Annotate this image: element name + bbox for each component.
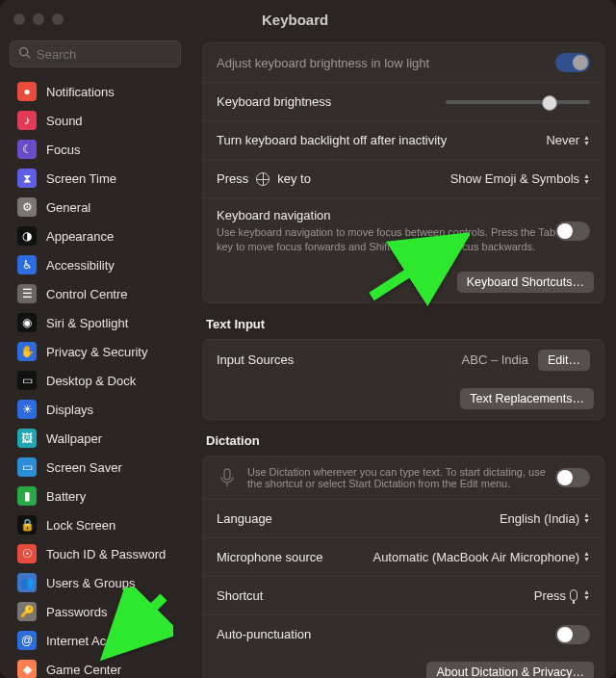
minimize-window-button[interactable] [33, 13, 44, 25]
bell-icon: ● [17, 82, 37, 101]
sidebar-item-label: Desktop & Dock [46, 374, 136, 388]
sidebar-item-control-centre[interactable]: ☰Control Centre [6, 279, 185, 308]
sidebar-item-accessibility[interactable]: ♿︎Accessibility [6, 250, 185, 279]
row-brightness-lowlight: Adjust keyboard brightness in low light [203, 43, 603, 82]
sidebar-item-label: General [46, 200, 90, 215]
settings-window: Keyboard ●Notifications ♪Sound ☾Focus ⧗S… [0, 0, 616, 678]
sidebar-item-screen-saver[interactable]: ▭Screen Saver [6, 453, 185, 482]
sidebar-item-appearance[interactable]: ◑Appearance [6, 222, 185, 250]
sidebar-item-game-center[interactable]: ◆Game Center [6, 655, 185, 678]
sidebar-item-label: Screen Time [46, 171, 116, 186]
wallpaper-icon: 🖼 [17, 429, 37, 448]
globe-icon [256, 172, 270, 186]
dictation-shortcut-popup[interactable]: Press ▲▼ [534, 588, 590, 603]
chevron-updown-icon: ▲▼ [583, 512, 590, 524]
sidebar-item-displays[interactable]: ☀Displays [6, 395, 185, 424]
row-mic-source: Microphone source Automatic (MacBook Air… [203, 537, 603, 576]
keyboard-card: Adjust keyboard brightness in low light … [202, 42, 604, 303]
dictation-toggle[interactable] [555, 468, 590, 487]
sidebar-item-battery[interactable]: ▮Battery [6, 482, 185, 510]
sidebar-item-label: Notifications [46, 85, 115, 99]
page-title: Keyboard [262, 12, 328, 28]
text-input-heading: Text Input [206, 317, 601, 331]
titlebar: Keyboard [0, 0, 616, 39]
gamecenter-icon: ◆ [17, 660, 37, 678]
sidebar-item-label: Focus [46, 143, 80, 157]
row-keyboard-navigation: Keyboard navigation Use keyboard navigat… [203, 197, 603, 264]
row-backlight-off: Turn keyboard backlight off after inacti… [203, 120, 603, 159]
chevron-updown-icon: ▲▼ [583, 135, 590, 146]
accessibility-icon: ♿︎ [17, 255, 37, 274]
sidebar-item-label: Displays [46, 403, 93, 417]
brightness-slider[interactable] [446, 100, 590, 104]
microphone-icon [570, 589, 578, 601]
chevron-updown-icon: ▲▼ [583, 173, 590, 185]
auto-punctuation-toggle[interactable] [555, 625, 590, 644]
search-input[interactable] [37, 47, 191, 62]
sidebar-item-wallpaper[interactable]: 🖼Wallpaper [6, 424, 185, 453]
sidebar-item-label: Screen Saver [46, 460, 122, 475]
sidebar-item-siri-spotlight[interactable]: ◉Siri & Spotlight [6, 308, 185, 337]
sidebar-item-desktop-dock[interactable]: ▭Desktop & Dock [6, 366, 185, 395]
sidebar-item-privacy-security[interactable]: ✋Privacy & Security [6, 337, 185, 366]
sidebar-item-label: Sound [46, 114, 83, 128]
svg-line-1 [27, 55, 30, 58]
sidebar-item-users-groups[interactable]: 👥Users & Groups [6, 568, 185, 597]
search-field[interactable] [10, 40, 181, 67]
dictation-language-popup[interactable]: English (India) ▲▼ [500, 511, 590, 526]
switches-icon: ☰ [17, 284, 37, 303]
sidebar-item-focus[interactable]: ☾Focus [6, 135, 185, 164]
keyboard-shortcuts-button[interactable]: Keyboard Shortcuts… [457, 272, 594, 293]
sidebar-item-touch-id[interactable]: ☉Touch ID & Password [6, 539, 185, 568]
sidebar-item-label: Lock Screen [46, 518, 116, 533]
sidebar-item-passwords[interactable]: 🔑Passwords [6, 597, 185, 626]
row-input-sources: Input Sources ABC – India Edit… [203, 340, 603, 380]
svg-rect-2 [224, 469, 230, 480]
row-dictation-enable: Use Dictation wherever you can type text… [203, 456, 603, 499]
sidebar-item-screen-time[interactable]: ⧗Screen Time [6, 164, 185, 193]
hand-icon: ✋ [17, 342, 37, 361]
svg-point-0 [20, 48, 28, 56]
zoom-window-button[interactable] [52, 13, 64, 25]
row-press-globe: Press key to Show Emoji & Symbols ▲▼ [203, 159, 603, 197]
gear-icon: ⚙ [17, 197, 37, 217]
text-replacements-button[interactable]: Text Replacements… [460, 388, 594, 409]
sidebar-item-label: Game Center [46, 663, 121, 677]
sidebar-item-sound[interactable]: ♪Sound [6, 106, 185, 135]
close-window-button[interactable] [13, 13, 25, 25]
microphone-icon [217, 467, 238, 488]
press-globe-popup[interactable]: Show Emoji & Symbols ▲▼ [450, 171, 590, 186]
sidebar-item-label: Battery [46, 489, 86, 504]
screensaver-icon: ▭ [17, 457, 37, 477]
lock-icon: 🔒 [17, 515, 37, 535]
chevron-updown-icon: ▲▼ [583, 589, 590, 601]
content-area: Adjust keyboard brightness in low light … [191, 39, 616, 678]
row-auto-punctuation: Auto-punctuation [203, 614, 603, 654]
sidebar-item-lock-screen[interactable]: 🔒Lock Screen [6, 510, 185, 539]
row-keyboard-brightness: Keyboard brightness [203, 82, 603, 120]
chevron-updown-icon: ▲▼ [583, 551, 590, 562]
mic-source-popup[interactable]: Automatic (MacBook Air Microphone) ▲▼ [372, 550, 590, 564]
key-icon: 🔑 [17, 602, 37, 621]
display-icon: ☀ [17, 400, 37, 419]
row-dictation-shortcut: Shortcut Press ▲▼ [203, 576, 603, 614]
sidebar-item-internet-accounts[interactable]: @Internet Accounts [6, 626, 185, 655]
users-icon: 👥 [17, 573, 37, 592]
sidebar-item-general[interactable]: ⚙General [6, 193, 185, 222]
keyboard-navigation-toggle[interactable] [555, 222, 590, 241]
input-sources-edit-button[interactable]: Edit… [538, 350, 590, 371]
dock-icon: ▭ [17, 371, 37, 390]
about-dictation-button[interactable]: About Dictation & Privacy… [426, 662, 594, 678]
at-icon: @ [17, 631, 37, 650]
sidebar-item-label: Control Centre [46, 287, 128, 301]
sidebar-item-label: Accessibility [46, 258, 115, 273]
row-dictation-language: Language English (India) ▲▼ [203, 499, 603, 537]
battery-icon: ▮ [17, 486, 37, 506]
siri-icon: ◉ [17, 313, 37, 332]
backlight-off-popup[interactable]: Never ▲▼ [546, 133, 590, 147]
sidebar-item-label: Siri & Spotlight [46, 316, 128, 330]
sidebar-item-label: Privacy & Security [46, 345, 147, 359]
sidebar-item-label: Wallpaper [46, 431, 102, 446]
brightness-lowlight-toggle[interactable] [555, 53, 590, 72]
sidebar-item-notifications[interactable]: ●Notifications [6, 77, 185, 106]
